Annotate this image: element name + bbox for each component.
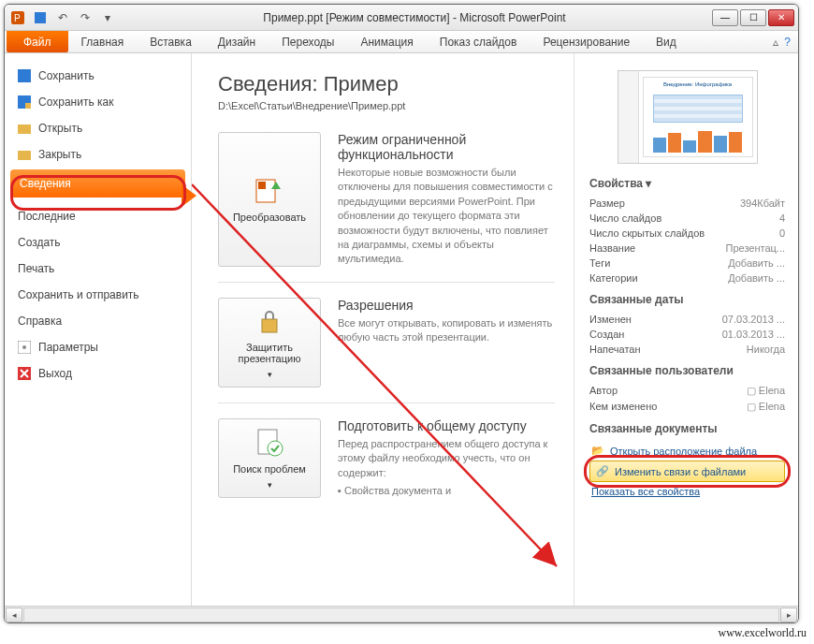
section-text: Все могут открывать, копировать и изменя… [338,316,555,345]
sidebar-item-help[interactable]: Справка [5,308,191,334]
prop-categories[interactable]: КатегорииДобавить ... [589,271,785,285]
properties-header[interactable]: Свойства ▾ [589,177,785,190]
sidebar-item-save[interactable]: Сохранить [5,63,191,89]
chevron-down-icon: ▾ [268,370,272,379]
sidebar-item-label: Открыть [38,122,82,135]
minimize-button[interactable]: — [712,9,738,26]
sidebar-item-label: Сведения [20,177,71,190]
open-location-link[interactable]: 📂Открыть расположение файла [589,441,785,461]
protect-button[interactable]: Защитить презентацию ▾ [218,298,321,388]
tab-animations[interactable]: Анимация [347,31,426,52]
sidebar-item-label: Параметры [38,341,98,354]
file-path: D:\Excel\Статьи\Внедрение\Пример.ppt [218,100,555,111]
convert-icon [254,176,284,206]
tab-transitions[interactable]: Переходы [269,31,347,52]
tab-review[interactable]: Рецензирование [530,31,643,52]
scroll-right-button[interactable]: ▸ [780,607,797,622]
sidebar-item-exit[interactable]: Выход [5,360,191,387]
svg-rect-13 [262,319,277,332]
sidebar-item-print[interactable]: Печать [5,256,191,282]
sidebar-item-saveas[interactable]: Сохранить как [5,89,191,115]
show-all-props-link[interactable]: Показать все свойства [589,482,785,501]
section-text: Перед распространением общего доступа к … [338,437,555,480]
main-panel: Сведения: Пример D:\Excel\Статьи\Внедрен… [192,53,574,606]
section-permissions: Защитить презентацию ▾ Разрешения Все мо… [218,298,555,403]
prop-tags[interactable]: ТегиДобавить ... [589,256,785,271]
prop-printed: НапечатанНикогда [589,342,785,357]
sidebar-item-options[interactable]: Параметры [5,334,191,360]
checklist-icon [254,428,284,458]
section-title: Разрешения [338,298,555,313]
scrollbar-horizontal[interactable]: ◂ ▸ [5,606,798,622]
prop-size: Размер394Кбайт [589,196,785,211]
sidebar-item-info[interactable]: Сведения [10,169,185,198]
dates-header: Связанные даты [589,293,785,306]
sidebar-item-label: Выход [38,367,72,380]
svg-rect-12 [258,182,266,189]
quick-access-toolbar: P ↶ ↷ ▾ [8,8,117,27]
convert-button[interactable]: Преобразовать [218,132,321,267]
svg-rect-5 [25,103,31,109]
tab-design[interactable]: Дизайн [205,31,269,52]
svg-rect-3 [18,69,31,82]
lock-icon [254,306,284,336]
sidebar-item-label: Закрыть [38,148,81,161]
tab-insert[interactable]: Вставка [137,31,205,52]
sidebar: Сохранить Сохранить как Открыть Закрыть … [5,53,192,606]
svg-rect-7 [18,151,31,160]
window-controls: — ☐ ✕ [712,9,794,26]
close-button[interactable]: ✕ [768,9,794,26]
svg-point-9 [22,345,26,349]
bullet-text: Свойства документа и [344,485,451,496]
prop-created: Создан01.03.2013 ... [589,327,785,342]
maximize-button[interactable]: ☐ [740,9,766,26]
sidebar-item-label: Сохранить и отправить [18,288,139,301]
section-prepare: Поиск проблем ▾ Подготовить к общему дос… [218,418,555,514]
tab-home[interactable]: Главная [68,31,138,52]
svg-text:P: P [14,13,21,23]
prop-modified-by: Кем изменено▢ Elena [589,399,785,415]
sidebar-item-new[interactable]: Создать [5,229,191,256]
slide-thumbnail[interactable]: Внедрение: Инфографика [618,70,758,164]
svg-rect-6 [18,124,31,134]
tab-file[interactable]: Файл [7,31,68,52]
qat-dropdown-icon[interactable]: ▾ [98,8,117,27]
sidebar-item-label: Сохранить как [38,95,113,109]
scroll-left-button[interactable]: ◂ [6,607,22,622]
titlebar: P ↶ ↷ ▾ Пример.ppt [Режим совместимости]… [5,5,798,31]
sidebar-item-recent[interactable]: Последние [5,203,191,229]
page-title: Сведения: Пример [218,72,555,96]
ribbon-minimize-icon[interactable]: ▵ [773,36,778,49]
sidebar-item-label: Справка [18,315,62,328]
qat-save-icon[interactable] [31,8,50,27]
sidebar-item-label: Сохранить [38,69,94,82]
window-title: Пример.ppt [Режим совместимости] - Micro… [117,11,712,24]
link-icon: 🔗 [596,465,609,477]
tab-view[interactable]: Вид [643,31,690,52]
button-label: Поиск проблем [233,463,306,475]
thumb-title: Внедрение: Инфографика [649,81,747,91]
qat-redo-icon[interactable]: ↷ [76,8,94,27]
check-issues-button[interactable]: Поиск проблем ▾ [218,418,321,499]
edit-links-link[interactable]: 🔗Изменить связи с файлами [589,461,785,482]
prop-title[interactable]: НазваниеПрезентац... [589,241,785,256]
sidebar-item-label: Последние [18,210,76,223]
people-header: Связанные пользователи [589,364,785,377]
docs-header: Связанные документы [589,422,785,435]
prop-hidden: Число скрытых слайдов0 [589,226,785,241]
app-icon: P [8,8,27,27]
prop-author[interactable]: Автор▢ Elena [589,383,785,399]
tab-slideshow[interactable]: Показ слайдов [427,31,531,52]
sidebar-item-close[interactable]: Закрыть [5,141,191,168]
qat-undo-icon[interactable]: ↶ [53,8,72,27]
svg-rect-2 [35,12,46,23]
sidebar-item-savesend[interactable]: Сохранить и отправить [5,282,191,308]
ribbon-tabs: Файл Главная Вставка Дизайн Переходы Ани… [5,31,798,53]
chevron-down-icon: ▾ [268,480,272,490]
scroll-track[interactable] [23,607,779,622]
section-title: Режим ограниченной функциональности [338,132,555,162]
app-window: P ↶ ↷ ▾ Пример.ppt [Режим совместимости]… [4,4,799,623]
sidebar-item-open[interactable]: Открыть [5,115,191,141]
button-label: Преобразовать [233,212,306,223]
help-icon[interactable]: ? [784,36,791,49]
